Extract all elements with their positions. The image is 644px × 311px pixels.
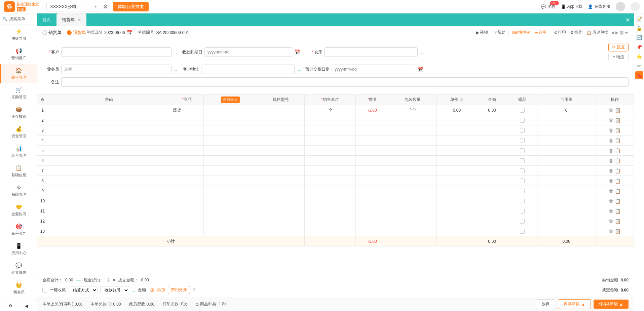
cell-spec-4[interactable] bbox=[257, 146, 304, 156]
tab-sales-order[interactable]: 销货单 ✕ bbox=[56, 13, 86, 26]
trial-button[interactable]: 体验行业方案 bbox=[113, 2, 149, 11]
tab-close-icon[interactable]: ✕ bbox=[78, 17, 81, 22]
sidebar-item-基础信息[interactable]: 📋基础信息 bbox=[0, 161, 37, 181]
cell-product-6[interactable] bbox=[170, 166, 203, 176]
gift-checkbox-1[interactable] bbox=[520, 118, 525, 123]
calendar-icon[interactable]: 📅 bbox=[127, 30, 132, 35]
salesperson-input[interactable] bbox=[61, 65, 172, 74]
cell-product-12[interactable] bbox=[170, 226, 203, 236]
cell-gift-3[interactable] bbox=[507, 135, 537, 146]
cell-amount-8[interactable] bbox=[477, 186, 507, 196]
copy-icon-11[interactable]: 📋 bbox=[615, 219, 620, 224]
sidebar-item-快捷导航[interactable]: ⚡快捷导航 bbox=[0, 25, 37, 44]
cash-discount-info-icon[interactable]: ⓘ bbox=[107, 278, 110, 283]
cell-gift-12[interactable] bbox=[507, 226, 537, 236]
toolbar-next-icon[interactable]: ▶ bbox=[615, 30, 618, 35]
cell-pack-qty-4[interactable] bbox=[389, 146, 437, 156]
cell-pack-qty-6[interactable] bbox=[389, 166, 437, 176]
remarks-input[interactable] bbox=[61, 77, 629, 87]
cell-quantity-1[interactable] bbox=[355, 115, 389, 125]
sidebar-item-销售管理[interactable]: 🏠销售管理 bbox=[0, 64, 37, 83]
cell-product-8[interactable] bbox=[170, 186, 203, 196]
copy-icon-5[interactable]: 📋 bbox=[615, 158, 620, 163]
cell-barcode-0[interactable] bbox=[48, 105, 170, 115]
toolbar-print[interactable]: 🖨 打印 bbox=[552, 29, 567, 36]
cell-quantity-7[interactable] bbox=[355, 176, 389, 186]
right-panel-refresh-btn[interactable]: 🔄 bbox=[635, 34, 643, 42]
save-new-button[interactable]: 保存&新增 ▲ bbox=[594, 300, 629, 309]
gift-checkbox-8[interactable] bbox=[520, 189, 525, 193]
cell-amount-6[interactable] bbox=[477, 166, 507, 176]
avatar[interactable] bbox=[616, 2, 625, 11]
cell-quantity-5[interactable] bbox=[355, 156, 389, 166]
right-panel-edit-btn[interactable]: 📝 bbox=[635, 15, 643, 23]
salesperson-ellipsis-btn[interactable]: ... bbox=[174, 67, 177, 72]
settlement-method-select[interactable]: 结算方式 bbox=[69, 286, 98, 294]
cell-gift-11[interactable] bbox=[507, 216, 537, 226]
radio-sales-order[interactable]: 销货单 bbox=[42, 30, 62, 36]
cell-amount-3[interactable] bbox=[477, 135, 507, 146]
delete-icon-4[interactable]: 🗑 bbox=[609, 148, 613, 153]
gift-checkbox-0[interactable] bbox=[520, 108, 525, 113]
cell-pack-qty-2[interactable] bbox=[389, 125, 437, 135]
cell-barcode-8[interactable] bbox=[48, 186, 170, 196]
cell-product-3[interactable] bbox=[170, 135, 203, 146]
cell-quantity-9[interactable] bbox=[355, 196, 389, 206]
cell-barcode-3[interactable] bbox=[48, 135, 170, 146]
cell-price-6[interactable] bbox=[437, 166, 477, 176]
delivery-calendar-icon[interactable]: 📅 bbox=[417, 67, 423, 72]
table-settings-icon[interactable]: ⚙ bbox=[41, 98, 44, 102]
tab-home[interactable]: 首页 bbox=[37, 13, 56, 26]
sidebar-item-营销推广[interactable]: 📢营销推广 bbox=[0, 44, 37, 64]
sidebar-item-采购管理[interactable]: 🛒采购管理 bbox=[0, 83, 37, 103]
cell-pack-qty-10[interactable] bbox=[389, 206, 437, 216]
toolbar-history[interactable]: 📋 历史单据 bbox=[585, 29, 610, 36]
cell-spec-7[interactable] bbox=[257, 176, 304, 186]
cell-price-3[interactable] bbox=[437, 135, 477, 146]
gift-checkbox-4[interactable] bbox=[520, 148, 525, 153]
cell-barcode-11[interactable] bbox=[48, 216, 170, 226]
delete-icon-0[interactable]: 🗑 bbox=[609, 108, 613, 113]
right-panel-bookmark-btn[interactable]: 🔖 bbox=[635, 71, 643, 79]
cell-unit-2[interactable] bbox=[305, 125, 356, 135]
cell-unit-5[interactable] bbox=[305, 156, 356, 166]
customer-address-input[interactable] bbox=[201, 65, 295, 74]
cell-barcode-12[interactable] bbox=[48, 226, 170, 236]
cell-price-1[interactable] bbox=[437, 115, 477, 125]
cell-pack-qty-7[interactable] bbox=[389, 176, 437, 186]
cell-spec-1[interactable] bbox=[257, 115, 304, 125]
cell-quantity-4[interactable] bbox=[355, 146, 389, 156]
cell-spec-3[interactable] bbox=[257, 135, 304, 146]
cell-spec-2[interactable] bbox=[257, 125, 304, 135]
cell-barcode-10[interactable] bbox=[48, 206, 170, 216]
gift-checkbox-12[interactable] bbox=[520, 229, 525, 234]
sidebar-item-畅会员[interactable]: 👑畅会员 bbox=[0, 278, 37, 298]
address-ellipsis-btn[interactable]: ... bbox=[297, 67, 300, 72]
gift-checkbox-6[interactable] bbox=[520, 168, 525, 173]
cell-quantity-0[interactable]: -1.00 bbox=[355, 105, 389, 115]
account-ellipsis[interactable]: ... bbox=[132, 288, 135, 293]
cell-unit-12[interactable] bbox=[305, 226, 356, 236]
cell-amount-5[interactable] bbox=[477, 156, 507, 166]
toolbar-prev-icon[interactable]: ◀ bbox=[611, 30, 614, 35]
copy-icon-6[interactable]: 📋 bbox=[615, 168, 620, 173]
copy-icon-3[interactable]: 📋 bbox=[615, 138, 620, 143]
current-balance-info-icon[interactable]: ⓘ bbox=[108, 302, 112, 307]
copy-icon-7[interactable]: 📋 bbox=[615, 178, 620, 184]
cell-amount-9[interactable] bbox=[477, 196, 507, 206]
cell-product-0[interactable]: 拣货 bbox=[170, 105, 203, 115]
cell-product-5[interactable] bbox=[170, 156, 203, 166]
cell-product-7[interactable] bbox=[170, 176, 203, 186]
cell-unit-1[interactable] bbox=[305, 115, 356, 125]
cell-gift-8[interactable] bbox=[507, 186, 537, 196]
right-panel-star-btn[interactable]: ⭐ bbox=[635, 52, 643, 61]
cell-product-11[interactable] bbox=[170, 216, 203, 226]
toolbar-grid-icon[interactable]: ▦ bbox=[620, 30, 623, 35]
sidebar-bottom-collapse-icon[interactable]: ◀ bbox=[25, 304, 28, 308]
tab-close-all-icon[interactable]: ✕ bbox=[626, 17, 630, 23]
cell-spec-12[interactable] bbox=[257, 226, 304, 236]
expense-split-button[interactable]: 费用分摊 bbox=[168, 286, 190, 294]
customer-input[interactable] bbox=[61, 47, 172, 57]
copy-icon-12[interactable]: 📋 bbox=[615, 229, 620, 234]
gift-checkbox-10[interactable] bbox=[520, 209, 525, 213]
